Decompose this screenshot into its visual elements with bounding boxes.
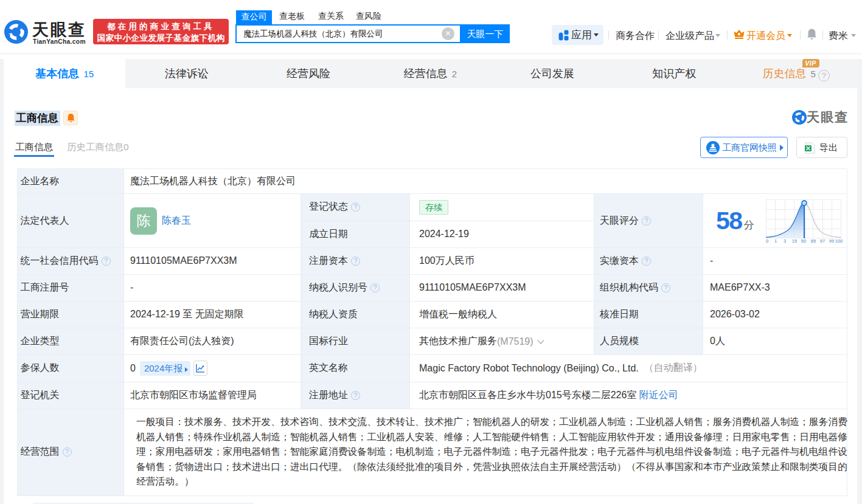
svg-text:3: 3 (784, 238, 786, 244)
svg-text:97: 97 (820, 238, 825, 244)
svg-text:50: 50 (801, 238, 806, 244)
svg-text:85: 85 (811, 238, 816, 244)
svg-text:15: 15 (792, 238, 797, 244)
svg-text:0: 0 (766, 238, 768, 244)
svg-text:99: 99 (829, 238, 834, 244)
svg-text:100: 100 (835, 238, 843, 244)
svg-text:1: 1 (774, 238, 777, 244)
